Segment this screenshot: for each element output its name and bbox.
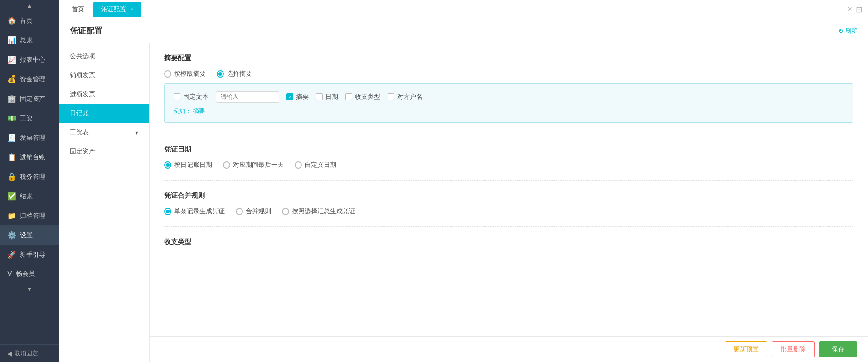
body-layout: 公共选项 销项发票 进项发票 日记账 工资表 ▾ 固定资产 bbox=[59, 43, 868, 362]
radio-select-circle bbox=[217, 70, 224, 78]
tax-icon: 🔒 bbox=[7, 172, 16, 181]
sidebar-item-ledger[interactable]: 📊 总账 bbox=[0, 30, 59, 50]
funds-icon: 💰 bbox=[7, 75, 16, 83]
radio-select-summary[interactable]: 选择摘要 bbox=[217, 70, 252, 78]
invoice-icon: 🧾 bbox=[7, 133, 16, 142]
summary-radio-group: 按模版摘要 选择摘要 bbox=[164, 70, 853, 78]
window-close-button[interactable]: × bbox=[847, 5, 852, 14]
salary-icon: 💵 bbox=[7, 114, 16, 122]
radio-select-merge[interactable]: 按照选择汇总生成凭证 bbox=[282, 207, 355, 215]
radio-last-day-circle bbox=[223, 161, 230, 169]
fixed-text-input[interactable] bbox=[216, 91, 279, 103]
main-area: 首页 凭证配置 × × ⊡ 凭证配置 ↻ 刷新 公共选项 bbox=[59, 0, 868, 362]
nav-item-sales-invoice[interactable]: 销项发票 bbox=[59, 66, 149, 85]
guide-icon: 🚀 bbox=[7, 250, 16, 259]
nav-item-journal[interactable]: 日记账 bbox=[59, 104, 149, 123]
sidebar-item-assets[interactable]: 🏢 固定资产 bbox=[0, 89, 59, 108]
nav-item-public[interactable]: 公共选项 bbox=[59, 47, 149, 66]
page-title: 凭证配置 bbox=[70, 25, 102, 36]
radio-journal-date-circle bbox=[164, 161, 171, 169]
left-nav: 公共选项 销项发票 进项发票 日记账 工资表 ▾ 固定资产 bbox=[59, 43, 150, 362]
voucher-date-title: 凭证日期 bbox=[164, 145, 853, 154]
sidebar-scroll-down[interactable]: ▼ bbox=[0, 284, 59, 294]
sidebar-item-funds[interactable]: 💰 资金管理 bbox=[0, 69, 59, 89]
refresh-icon: ↻ bbox=[839, 28, 844, 34]
home-icon: 🏠 bbox=[7, 16, 16, 25]
settings-icon: ⚙️ bbox=[7, 231, 16, 240]
checkbox-summary-box: ✓ bbox=[286, 93, 293, 100]
tab-bar: 首页 凭证配置 × × ⊡ bbox=[59, 0, 868, 19]
sidebar-item-salary[interactable]: 💵 工资 bbox=[0, 108, 59, 128]
tab-voucher-config[interactable]: 凭证配置 × bbox=[93, 2, 141, 17]
sidebar-item-guide[interactable]: 🚀 新手引导 bbox=[0, 245, 59, 264]
sidebar: ▲ 🏠 首页 📊 总账 📈 报表中心 💰 资金管理 🏢 固定资产 💵 工资 🧾 … bbox=[0, 0, 59, 362]
summary-config-title: 摘要配置 bbox=[164, 54, 853, 63]
income-type-title: 收支类型 bbox=[164, 238, 853, 246]
radio-template-circle bbox=[164, 70, 171, 78]
summary-config-section: 摘要配置 按模版摘要 选择摘要 bbox=[164, 54, 853, 134]
radio-last-day[interactable]: 对应期间最后一天 bbox=[223, 161, 284, 169]
checkbox-counterpart[interactable]: 对方户名 bbox=[388, 93, 422, 101]
merge-rule-title: 凭证合并规则 bbox=[164, 191, 853, 200]
merge-rule-radio-group: 单条记录生成凭证 合并规则 按照选择汇总生成凭证 bbox=[164, 207, 853, 215]
checkbox-date[interactable]: 日期 bbox=[316, 93, 338, 101]
nav-item-fixed-assets[interactable]: 固定资产 bbox=[59, 142, 149, 161]
radio-merge-circle bbox=[236, 208, 243, 215]
tab-bar-actions: × ⊡ bbox=[847, 5, 863, 15]
cancel-pin-button[interactable]: ◀ 取消固定 bbox=[0, 344, 59, 362]
radio-single-circle bbox=[164, 208, 171, 215]
nav-item-salary-table[interactable]: 工资表 ▾ bbox=[59, 123, 149, 142]
sidebar-item-invoice[interactable]: 🧾 发票管理 bbox=[0, 128, 59, 147]
example-text: 例如： 摘要 bbox=[174, 107, 844, 115]
radio-select-merge-circle bbox=[282, 208, 289, 215]
page-header: 凭证配置 ↻ 刷新 bbox=[59, 19, 868, 43]
summary-box: 固定文本 ✓ 摘要 日期 bbox=[164, 83, 853, 123]
radio-custom-date-circle bbox=[295, 161, 302, 169]
sidebar-scroll-up[interactable]: ▲ bbox=[0, 0, 59, 11]
save-button[interactable]: 保存 bbox=[819, 341, 857, 357]
window-maximize-button[interactable]: ⊡ bbox=[856, 5, 863, 15]
right-content: 摘要配置 按模版摘要 选择摘要 bbox=[150, 43, 868, 336]
assets-icon: 🏢 bbox=[7, 94, 16, 103]
bottom-bar: 更新预置 批量删除 保存 bbox=[150, 336, 868, 362]
batch-delete-button[interactable]: 批量删除 bbox=[772, 341, 815, 357]
sidebar-item-tax[interactable]: 🔒 税务管理 bbox=[0, 167, 59, 186]
checkbox-fixed-text-box bbox=[174, 93, 180, 100]
income-type-section: 收支类型 bbox=[164, 238, 853, 264]
radio-template-summary[interactable]: 按模版摘要 bbox=[164, 70, 206, 78]
reports-icon: 📈 bbox=[7, 55, 16, 64]
update-preview-button[interactable]: 更新预置 bbox=[725, 341, 767, 357]
checkbox-income-type-box bbox=[345, 93, 352, 100]
checkbox-fixed-text[interactable]: 固定文本 bbox=[174, 93, 209, 101]
radio-single[interactable]: 单条记录生成凭证 bbox=[164, 207, 225, 215]
checkbox-summary[interactable]: ✓ 摘要 bbox=[286, 93, 309, 101]
refresh-button[interactable]: ↻ 刷新 bbox=[839, 27, 857, 35]
merge-rule-section: 凭证合并规则 单条记录生成凭证 合并规则 bbox=[164, 191, 853, 227]
tab-close-button[interactable]: × bbox=[131, 6, 134, 13]
nav-item-purchase-invoice[interactable]: 进项发票 bbox=[59, 85, 149, 104]
radio-merge[interactable]: 合并规则 bbox=[236, 207, 271, 215]
sidebar-item-home[interactable]: 🏠 首页 bbox=[0, 11, 59, 30]
voucher-date-radio-group: 按日记账日期 对应期间最后一天 自定义日期 bbox=[164, 161, 853, 169]
sidebar-item-reports[interactable]: 📈 报表中心 bbox=[0, 50, 59, 69]
radio-custom-date[interactable]: 自定义日期 bbox=[295, 161, 336, 169]
radio-journal-date[interactable]: 按日记账日期 bbox=[164, 161, 212, 169]
voucher-date-section: 凭证日期 按日记账日期 对应期间最后一天 bbox=[164, 145, 853, 181]
trade-icon: 📋 bbox=[7, 153, 16, 161]
sidebar-item-archive[interactable]: 📁 归档管理 bbox=[0, 206, 59, 225]
checkbox-date-box bbox=[316, 93, 323, 100]
pin-icon: ◀ bbox=[7, 350, 12, 357]
ledger-icon: 📊 bbox=[7, 36, 16, 44]
sidebar-item-settle[interactable]: ✅ 结账 bbox=[0, 186, 59, 206]
content-area: 凭证配置 ↻ 刷新 公共选项 销项发票 进项发票 日记账 bbox=[59, 19, 868, 362]
checkbox-counterpart-box bbox=[388, 93, 394, 100]
archive-icon: 📁 bbox=[7, 211, 16, 220]
summary-checkbox-row: 固定文本 ✓ 摘要 日期 bbox=[174, 91, 844, 103]
sidebar-item-member[interactable]: V 畅会员 bbox=[0, 264, 59, 284]
settle-icon: ✅ bbox=[7, 192, 16, 201]
member-icon: V bbox=[7, 270, 12, 278]
sidebar-item-settings[interactable]: ⚙️ 设置 bbox=[0, 225, 59, 245]
tab-home[interactable]: 首页 bbox=[64, 2, 92, 17]
sidebar-item-trade[interactable]: 📋 进销台账 bbox=[0, 147, 59, 167]
checkbox-income-type[interactable]: 收支类型 bbox=[345, 93, 380, 101]
